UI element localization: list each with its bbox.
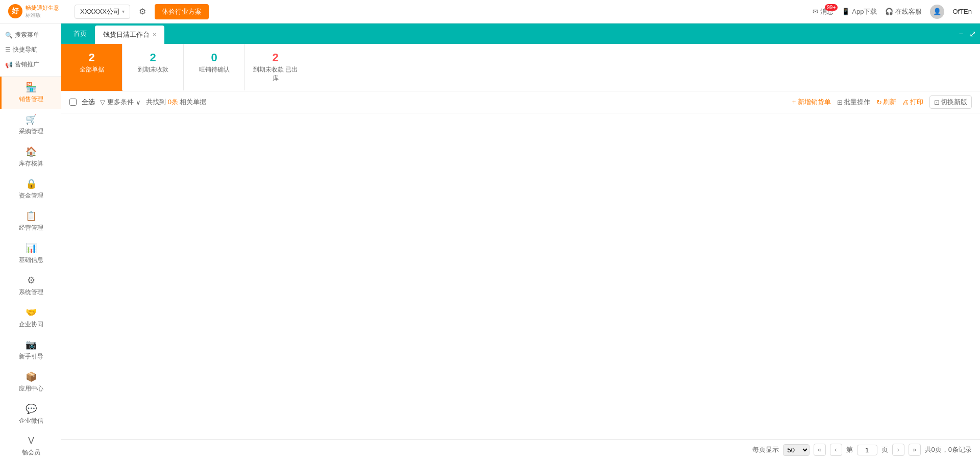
minimize-button[interactable]: － bbox=[957, 29, 965, 39]
filter-icon: ▽ bbox=[100, 99, 105, 106]
select-all-checkbox[interactable] bbox=[69, 99, 77, 106]
operations-icon: 📋 bbox=[26, 210, 37, 222]
last-page-button[interactable]: » bbox=[909, 444, 921, 456]
appcenter-icon: 📦 bbox=[26, 371, 37, 382]
next-page-button[interactable]: › bbox=[892, 444, 904, 456]
logo-area: 好 畅捷通好生意 标准版 bbox=[8, 4, 69, 18]
operations-label: 经营管理 bbox=[19, 224, 43, 232]
sidebar-item-guide[interactable]: 📷 新手引导 bbox=[0, 334, 61, 366]
guide-icon: 📷 bbox=[26, 339, 37, 350]
refresh-icon: ↻ bbox=[876, 99, 882, 106]
logo-sub: 标准版 bbox=[26, 12, 59, 19]
trial-button[interactable]: 体验行业方案 bbox=[155, 4, 209, 19]
sidebar-item-inventory[interactable]: 🏠 库存核算 bbox=[0, 141, 61, 173]
stat-label-pending_confirm: 旺铺待确认 bbox=[189, 65, 239, 74]
filter-button[interactable]: ▽ 更多条件 ∨ bbox=[100, 98, 141, 107]
per-page-select[interactable]: 50 100 200 bbox=[783, 444, 810, 456]
print-icon: 🖨 bbox=[902, 99, 909, 106]
logo-text: 畅捷通好生意 bbox=[26, 4, 59, 11]
stat-tab-pending_confirm[interactable]: 0 旺铺待确认 bbox=[184, 44, 245, 91]
tab-active[interactable]: 钱货日清工作台 × bbox=[95, 26, 164, 44]
refresh-button[interactable]: ↻ 刷新 bbox=[876, 98, 896, 107]
stat-tab-all[interactable]: 2 全部单据 bbox=[61, 44, 122, 91]
member-label: 畅会员 bbox=[22, 448, 40, 457]
batch-icon: ⊞ bbox=[837, 99, 843, 106]
finance-label: 资金管理 bbox=[19, 191, 43, 200]
message-action[interactable]: ✉ 消息 99+ bbox=[813, 7, 834, 16]
add-sales-order-button[interactable]: + 新增销货单 bbox=[792, 98, 831, 107]
app-download-action[interactable]: 📱 App下载 bbox=[842, 7, 877, 16]
stat-label-overdue_unpaid: 到期未收款 bbox=[128, 65, 178, 74]
quick-nav-label: 快捷导航 bbox=[13, 45, 37, 54]
filter-chevron: ∨ bbox=[136, 99, 141, 106]
system-icon: ⚙ bbox=[27, 275, 35, 286]
cooperation-label: 企业协同 bbox=[19, 320, 43, 329]
total-label: 共0页，0条记录 bbox=[925, 445, 972, 454]
sidebar-item-wechat[interactable]: 💬 企业微信 bbox=[0, 398, 61, 430]
found-count: 0条 bbox=[168, 98, 178, 106]
batch-label: 批量操作 bbox=[844, 98, 870, 107]
stat-tab-overdue_unshipped[interactable]: 2 到期未收款 已出库 bbox=[245, 44, 306, 91]
sidebar-item-sales[interactable]: 🏪 销售管理 bbox=[0, 77, 61, 109]
maximize-button[interactable]: ⤢ bbox=[969, 29, 976, 39]
per-page-label: 每页显示 bbox=[752, 445, 779, 454]
sidebar-item-purchase[interactable]: 🛒 采购管理 bbox=[0, 109, 61, 141]
company-name: XXXXXX公司 bbox=[80, 7, 120, 16]
sidebar-item-system[interactable]: ⚙ 系统管理 bbox=[0, 270, 61, 302]
marketing-icon: 📢 bbox=[5, 61, 13, 68]
page-suffix: 页 bbox=[881, 445, 888, 454]
sidebar-search[interactable]: 🔍 搜索菜单 bbox=[0, 28, 61, 42]
sidebar-items: 🏪 销售管理 🛒 采购管理 🏠 库存核算 🔒 资金管理 📋 经营管理 📊 基础信… bbox=[0, 77, 61, 460]
filter-label: 更多条件 bbox=[107, 98, 134, 107]
content-area: 2 全部单据 2 到期未收款 0 旺铺待确认 2 到期未收款 已出库 全选 ▽ … bbox=[61, 44, 980, 460]
tab-bar: 首页 钱货日清工作台 × － ⤢ bbox=[61, 23, 980, 44]
switch-label: 切换新版 bbox=[941, 98, 967, 107]
message-badge: 99+ bbox=[825, 4, 838, 11]
header-left: 好 畅捷通好生意 标准版 XXXXXX公司 ▾ ⚙ 体验行业方案 bbox=[8, 4, 209, 19]
online-service-label: 在线客服 bbox=[895, 7, 922, 16]
avatar-icon: 👤 bbox=[933, 8, 941, 15]
app-download-label: App下载 bbox=[852, 7, 877, 16]
service-icon: 🎧 bbox=[885, 8, 893, 15]
search-icon: 🔍 bbox=[5, 32, 13, 39]
stat-label-all: 全部单据 bbox=[66, 65, 117, 74]
avatar[interactable]: 👤 bbox=[930, 5, 944, 19]
pagination-bar: 每页显示 50 100 200 « ‹ 第 页 › » 共0页，0条记录 bbox=[61, 439, 980, 460]
sidebar-item-basics[interactable]: 📊 基础信息 bbox=[0, 237, 61, 270]
sidebar-quick-nav[interactable]: ☰ 快捷导航 bbox=[0, 42, 61, 57]
online-service-action[interactable]: 🎧 在线客服 bbox=[885, 7, 922, 16]
switch-icon: ⊡ bbox=[934, 99, 940, 106]
sidebar-top: 🔍 搜索菜单 ☰ 快捷导航 📢 营销推广 bbox=[0, 23, 61, 77]
batch-operation-button[interactable]: ⊞ 批量操作 bbox=[837, 98, 870, 107]
finance-icon: 🔒 bbox=[26, 178, 37, 189]
found-text: 共找到 0条 相关单据 bbox=[146, 98, 206, 107]
tab-home[interactable]: 首页 bbox=[65, 23, 95, 44]
inventory-icon: 🏠 bbox=[26, 146, 37, 157]
prev-page-button[interactable]: ‹ bbox=[830, 444, 842, 456]
refresh-label: 刷新 bbox=[883, 98, 896, 107]
settings-button[interactable]: ⚙ bbox=[135, 5, 150, 19]
tab-bar-actions: － ⤢ bbox=[957, 29, 980, 39]
message-icon: ✉ bbox=[813, 8, 818, 15]
system-label: 系统管理 bbox=[19, 288, 43, 297]
toolbar-right: + 新增销货单 ⊞ 批量操作 ↻ 刷新 🖨 打印 ⊡ bbox=[792, 95, 972, 109]
sidebar-item-operations[interactable]: 📋 经营管理 bbox=[0, 205, 61, 237]
sidebar-item-appcenter[interactable]: 📦 应用中心 bbox=[0, 366, 61, 398]
appcenter-label: 应用中心 bbox=[19, 384, 43, 393]
page-number-input[interactable] bbox=[857, 445, 877, 455]
company-selector[interactable]: XXXXXX公司 ▾ bbox=[75, 5, 130, 19]
first-page-button[interactable]: « bbox=[814, 444, 826, 456]
sidebar-item-finance[interactable]: 🔒 资金管理 bbox=[0, 173, 61, 205]
sidebar-item-member[interactable]: V 畅会员 bbox=[0, 430, 61, 460]
top-header: 好 畅捷通好生意 标准版 XXXXXX公司 ▾ ⚙ 体验行业方案 ✉ 消息 99… bbox=[0, 0, 980, 23]
sales-label: 销售管理 bbox=[19, 95, 43, 104]
logo-icon: 好 bbox=[8, 4, 22, 18]
stat-label-overdue_unshipped: 到期未收款 已出库 bbox=[250, 65, 301, 83]
switch-version-button[interactable]: ⊡ 切换新版 bbox=[929, 95, 972, 109]
print-button[interactable]: 🖨 打印 bbox=[902, 98, 923, 107]
stat-tab-overdue_unpaid[interactable]: 2 到期未收款 bbox=[122, 44, 184, 91]
close-tab-button[interactable]: × bbox=[153, 31, 156, 38]
stat-number-all: 2 bbox=[66, 51, 117, 64]
sidebar-item-cooperation[interactable]: 🤝 企业协同 bbox=[0, 302, 61, 334]
sidebar-marketing[interactable]: 📢 营销推广 bbox=[0, 57, 61, 72]
